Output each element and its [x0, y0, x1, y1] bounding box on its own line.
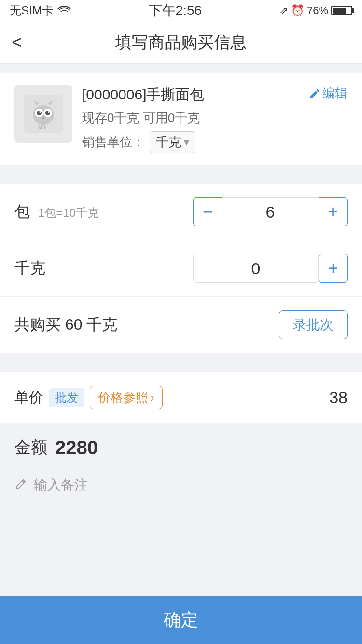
amount-value: 2280: [55, 437, 98, 459]
product-name: [0000006]手撕面包: [82, 85, 348, 105]
price-row: 单价 批发 价格参照 › 38: [14, 386, 348, 409]
alarm-icon: ⏰: [291, 4, 304, 17]
price-ref-label: 价格参照: [98, 389, 148, 406]
kg-quantity-input[interactable]: [193, 254, 319, 283]
section-sep-1: [0, 165, 362, 174]
svg-point-4: [37, 111, 42, 115]
svg-point-5: [45, 111, 50, 115]
edit-label: 编辑: [322, 85, 348, 102]
price-ref-arrow-icon: ›: [150, 390, 154, 405]
pack-quantity-input[interactable]: [222, 197, 319, 226]
battery-percent: 76%: [307, 4, 328, 17]
amount-label: 金额: [14, 436, 47, 459]
status-bar: 无SIM卡 下午2:56 ⇗ ⏰ 76%: [0, 0, 362, 21]
unit-label: 销售单位：: [82, 134, 145, 151]
battery-icon: [331, 6, 352, 15]
section-sep-2: [0, 353, 362, 363]
price-ref-button[interactable]: 价格参照 ›: [90, 386, 163, 409]
pencil-icon: [14, 477, 28, 494]
batch-button[interactable]: 录批次: [279, 310, 348, 339]
total-text: 共购买 60 千克: [14, 314, 117, 336]
remark-placeholder: 输入备注: [34, 476, 88, 494]
pack-increase-button[interactable]: +: [319, 197, 348, 226]
price-label: 单价: [14, 388, 43, 407]
edit-button[interactable]: 编辑: [309, 85, 348, 102]
price-section: 单价 批发 价格参照 › 38: [0, 372, 362, 423]
location-icon: ⇗: [279, 4, 288, 17]
quantity-section: 包 1包=10千克 − + 千克 + 共购买 60 千克 录批次: [0, 184, 362, 353]
quantity-kg-row: 千克 +: [0, 240, 362, 296]
pack-quantity-controls: − +: [193, 197, 348, 226]
remark-row[interactable]: 输入备注: [14, 468, 348, 502]
unit-value: 千克: [156, 134, 181, 151]
kg-label: 千克: [14, 258, 101, 279]
product-stock: 现存0千克 可用0千克: [82, 110, 348, 126]
product-card: 智计 [0000006]手撕面包 现存0千克 可用0千克 销售单位： 千克 ▾ …: [0, 73, 362, 165]
product-unit: 销售单位： 千克 ▾: [82, 131, 348, 153]
quantity-pack-row: 包 1包=10千克 − +: [0, 184, 362, 240]
svg-point-7: [48, 111, 50, 113]
total-row: 共购买 60 千克 录批次: [0, 296, 362, 353]
svg-text:智计: 智计: [38, 124, 49, 129]
pack-hint: 1包=10千克: [38, 206, 99, 219]
kg-increase-button[interactable]: +: [319, 254, 348, 283]
unit-select[interactable]: 千克 ▾: [150, 131, 195, 153]
price-value: 38: [329, 388, 348, 407]
price-type-tag: 批发: [49, 388, 84, 407]
status-right: ⇗ ⏰ 76%: [279, 4, 352, 17]
footer-spacer: [0, 512, 362, 570]
edit-icon: [309, 88, 320, 99]
amount-section: 金额 2280 输入备注: [0, 423, 362, 512]
pack-decrease-button[interactable]: −: [193, 197, 222, 226]
back-button[interactable]: <: [12, 32, 22, 53]
status-left: 无SIM卡: [10, 3, 71, 18]
product-info: [0000006]手撕面包 现存0千克 可用0千克 销售单位： 千克 ▾: [82, 85, 348, 153]
confirm-button[interactable]: 确定: [0, 596, 362, 644]
amount-row: 金额 2280: [14, 436, 348, 459]
carrier-label: 无SIM卡: [10, 3, 54, 18]
page-title: 填写商品购买信息: [115, 31, 247, 54]
kg-quantity-controls: +: [193, 254, 348, 283]
product-image: 智计: [14, 85, 72, 143]
pack-label: 包 1包=10千克: [14, 201, 101, 223]
svg-point-6: [39, 111, 41, 113]
wifi-icon: [57, 4, 71, 17]
status-time: 下午2:56: [149, 1, 202, 20]
product-logo-icon: 智计: [24, 95, 63, 133]
unit-dropdown-icon: ▾: [184, 136, 189, 149]
nav-bar: < 填写商品购买信息: [0, 21, 362, 64]
